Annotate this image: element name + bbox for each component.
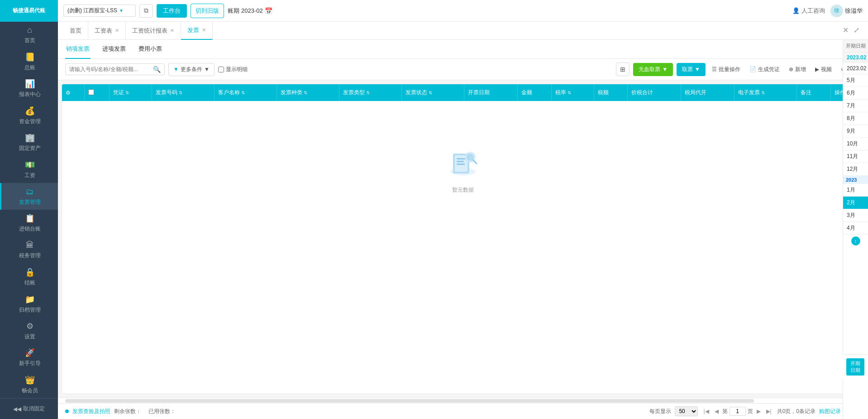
- take-ticket-button[interactable]: 取票 ▼: [677, 63, 706, 76]
- date-month-10[interactable]: 10月: [843, 138, 868, 150]
- no-cancel-button[interactable]: 无血取票 ▼: [633, 63, 673, 76]
- col-tax-rate[interactable]: 税率⇅: [551, 84, 594, 101]
- date-month-11[interactable]: 11月: [843, 150, 868, 163]
- chevron-down-icon: ▼: [119, 8, 124, 13]
- show-detail-checkbox[interactable]: 显示明细: [218, 66, 248, 73]
- col-checkbox[interactable]: [85, 84, 109, 101]
- window-close-btn[interactable]: ✕: [841, 25, 850, 34]
- verify-label[interactable]: 发票查验及拍照: [72, 408, 110, 415]
- sidebar-item-member[interactable]: 👑 畅会员: [0, 371, 58, 398]
- filter-button[interactable]: ▼ 更多条件 ▼: [168, 63, 215, 76]
- col-customer[interactable]: 客户名称⇅: [215, 84, 277, 101]
- gen-voucher-button[interactable]: 📄 生成凭证: [747, 64, 782, 75]
- sidebar-item-home[interactable]: ⌂ 首页: [0, 22, 58, 48]
- sort-icon: ⇅: [568, 90, 571, 95]
- salary-icon: 💵: [25, 160, 35, 170]
- sidebar-item-label: 工资: [24, 172, 35, 179]
- sidebar-item-closing[interactable]: 🔒 结账: [0, 264, 58, 290]
- company-selector[interactable]: (勿删) 江西股宝-LSS ▼: [63, 5, 136, 17]
- prev-page-btn[interactable]: ◀: [713, 407, 720, 415]
- close-tab-invoice[interactable]: ✕: [202, 27, 206, 33]
- col-invoice-no[interactable]: 发票号码⇅: [152, 84, 215, 101]
- col-tax[interactable]: 税额: [594, 84, 627, 101]
- open-period-button[interactable]: 开期日期: [846, 358, 864, 376]
- date-month-1[interactable]: 1月: [843, 184, 868, 197]
- oldver-button[interactable]: 切到旧版: [191, 4, 224, 18]
- calendar-icon[interactable]: 📅: [265, 7, 272, 14]
- sales-icon: 📋: [25, 213, 35, 223]
- collapse-btn[interactable]: ◀◀ 取消固定: [0, 402, 58, 415]
- per-page-select[interactable]: 50 100 200: [675, 406, 698, 416]
- sub-tab-sales-invoice[interactable]: 销项发票: [65, 40, 91, 59]
- search-box[interactable]: 🔍: [65, 63, 165, 75]
- col-tax-total[interactable]: 价税合计: [628, 84, 681, 101]
- close-tab-salary-table[interactable]: ✕: [115, 28, 119, 34]
- sidebar-item-funds[interactable]: 💰 资金管理: [0, 102, 58, 129]
- sidebar-item-sales[interactable]: 📋 进销台账: [0, 210, 58, 236]
- date-period-row-2[interactable]: 2023.02: [843, 63, 868, 74]
- col-invoice-type[interactable]: 发票种类⇅: [277, 84, 339, 101]
- sidebar-item-settings[interactable]: ⚙ 设置: [0, 318, 58, 344]
- col-e-invoice[interactable]: 电子发票⇅: [734, 84, 797, 101]
- sub-tab-expense-receipt[interactable]: 费用小票: [138, 40, 163, 59]
- date-month-12[interactable]: 12月: [843, 163, 868, 176]
- page-input[interactable]: [730, 407, 746, 416]
- date-period-row-1[interactable]: 2023.02: [843, 53, 868, 63]
- sidebar-item-salary[interactable]: 💵 工资: [0, 156, 58, 183]
- next-page-btn[interactable]: ▶: [755, 407, 763, 415]
- tab-salary-stats[interactable]: 工资统计报表 ✕: [126, 22, 181, 40]
- date-month-3[interactable]: 3月: [843, 209, 868, 222]
- tab-salary-table[interactable]: 工资表 ✕: [88, 22, 126, 40]
- col-open-date[interactable]: 开票日期: [464, 84, 518, 101]
- support-btn[interactable]: 👤 人工咨询: [792, 7, 825, 15]
- period-value: 2023-02: [241, 7, 263, 14]
- workbench-button[interactable]: 工作台: [157, 4, 187, 18]
- date-month-7[interactable]: 7月: [843, 100, 868, 112]
- col-voucher[interactable]: 凭证⇅: [109, 84, 152, 101]
- sidebar-item-label: 资金管理: [19, 118, 41, 125]
- scroll-indicator[interactable]: ↕: [851, 236, 860, 246]
- batch-op-button[interactable]: ☰ 批量操作: [709, 64, 743, 75]
- search-icon[interactable]: 🔍: [153, 66, 161, 73]
- col-settings[interactable]: ⚙: [62, 84, 85, 101]
- sidebar-item-ledger[interactable]: 📒 总账: [0, 48, 58, 75]
- col-invoice-category[interactable]: 发票类型⇅: [339, 84, 402, 101]
- sidebar-item-label: 设置: [24, 333, 35, 341]
- sort-icon: ⇅: [761, 90, 765, 95]
- first-page-btn[interactable]: |◀: [701, 407, 711, 415]
- search-input[interactable]: [69, 66, 151, 72]
- col-remark[interactable]: 备注: [797, 84, 830, 101]
- col-invoice-status[interactable]: 发票状态⇅: [402, 84, 464, 101]
- copy-button[interactable]: ⧉: [139, 4, 153, 18]
- close-tab-salary-stats[interactable]: ✕: [170, 28, 174, 34]
- date-month-8[interactable]: 8月: [843, 112, 868, 125]
- sidebar-item-reports[interactable]: 📊 报表中心: [0, 75, 58, 102]
- sidebar-item-guide[interactable]: 🚀 新手引导: [0, 344, 58, 371]
- sidebar-item-archive[interactable]: 📁 归档管理: [0, 290, 58, 317]
- date-panel-header: 开期日期: [843, 40, 868, 53]
- tab-home[interactable]: 首页: [63, 22, 88, 40]
- grid-view-button[interactable]: ⊞: [616, 63, 630, 76]
- tab-invoice[interactable]: 发票 ✕: [181, 22, 213, 40]
- date-month-6[interactable]: 6月: [843, 87, 868, 100]
- date-month-4[interactable]: 4月: [843, 222, 868, 235]
- date-month-2-active[interactable]: 2月: [843, 197, 868, 209]
- video-button[interactable]: ▶ 视频: [812, 64, 835, 75]
- sub-tab-purchase-invoice[interactable]: 进项发票: [101, 40, 127, 59]
- col-amount[interactable]: 金额: [518, 84, 551, 101]
- window-maximize-btn[interactable]: ⤢: [852, 25, 861, 34]
- record-link[interactable]: 购图记录: [819, 408, 841, 415]
- sidebar: 畅捷通易代账 ⌂ 首页 📒 总账 📊 报表中心 💰 资金管理 🏢 固定资产 💵 …: [0, 0, 58, 419]
- date-month-9[interactable]: 9月: [843, 125, 868, 138]
- sidebar-bottom: ◀◀ 取消固定: [0, 398, 58, 419]
- sidebar-item-tax[interactable]: 🏛 税务管理: [0, 237, 58, 264]
- sidebar-item-invoice[interactable]: 🗂 发票管理: [0, 183, 58, 210]
- sidebar-item-assets[interactable]: 🏢 固定资产: [0, 129, 58, 156]
- svg-line-8: [473, 160, 477, 164]
- col-tax-code[interactable]: 税局代开: [681, 84, 734, 101]
- user-menu[interactable]: 徐 徐溢华: [830, 5, 863, 17]
- new-button[interactable]: ⊕ 新增: [786, 64, 809, 75]
- last-page-btn[interactable]: ▶|: [764, 407, 773, 415]
- sidebar-item-label: 首页: [24, 37, 35, 44]
- date-month-5[interactable]: 5月: [843, 74, 868, 87]
